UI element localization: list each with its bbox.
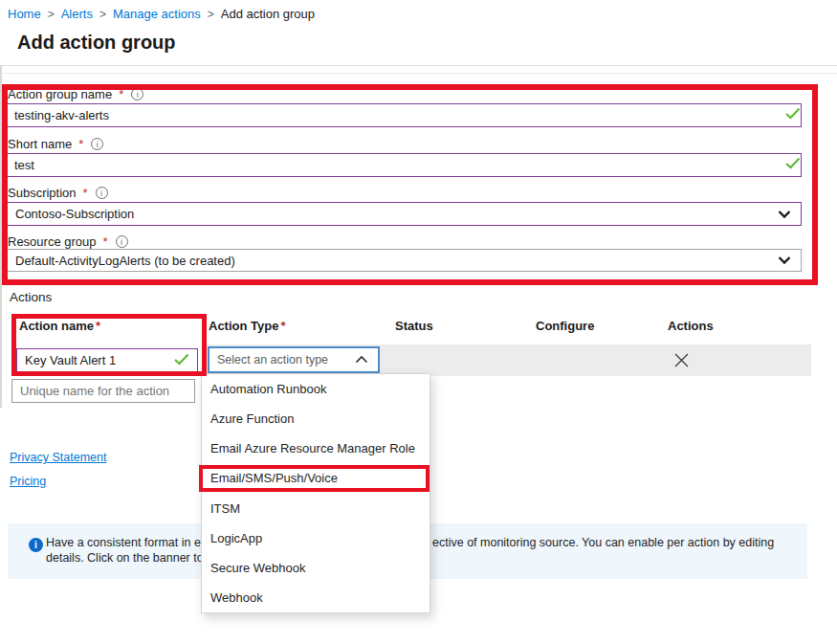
chevron-down-icon — [778, 254, 791, 268]
valid-check-icon — [174, 352, 189, 369]
header-divider — [0, 65, 837, 66]
label-text: Action group name — [8, 87, 112, 101]
dropdown-option[interactable]: Azure Function — [202, 404, 430, 433]
chevron-down-icon — [778, 207, 791, 221]
required-marker: * — [78, 137, 83, 151]
breadcrumb-manage-actions[interactable]: Manage actions — [113, 7, 201, 21]
dropdown-option[interactable]: Email Azure Resource Manager Role — [202, 433, 430, 463]
resource-group-select[interactable]: Default-ActivityLogAlerts (to be created… — [6, 249, 802, 272]
column-header-actions: Actions — [668, 319, 714, 333]
chevron-up-icon — [355, 353, 368, 366]
action-type-placeholder: Select an action type — [217, 353, 328, 366]
dropdown-option[interactable]: Secure Webhook — [202, 553, 430, 583]
info-icon[interactable]: i — [96, 187, 108, 199]
info-icon[interactable]: i — [116, 235, 128, 248]
dropdown-option[interactable]: ITSM — [202, 494, 430, 523]
resource-group-label: Resource group*i — [8, 234, 128, 249]
dropdown-option[interactable]: Automation Runbook — [202, 374, 430, 404]
subscription-value: Contoso-Subscription — [15, 207, 134, 221]
column-header-action-name: Action name* — [19, 319, 100, 333]
dropdown-option[interactable]: Webhook — [202, 583, 430, 612]
action-name-input[interactable] — [16, 348, 198, 372]
banner-text-line2: details. Click on the banner to — [46, 550, 204, 566]
short-name-input[interactable] — [6, 153, 802, 177]
action-group-name-input[interactable] — [6, 103, 802, 127]
pricing-link[interactable]: Pricing — [10, 475, 46, 488]
breadcrumb: Home > Alerts > Manage actions > Add act… — [8, 7, 315, 21]
actions-section-heading: Actions — [10, 290, 52, 304]
subscription-label: Subscription*i — [8, 186, 108, 200]
breadcrumb-alerts[interactable]: Alerts — [61, 7, 93, 21]
valid-check-icon — [785, 156, 801, 173]
action-name-cell — [16, 348, 198, 372]
banner-text-line1-right: ective of monitoring source. You can ena… — [432, 535, 774, 550]
dropdown-option[interactable]: Email/SMS/Push/Voice — [202, 463, 430, 493]
required-marker: * — [280, 319, 285, 333]
breadcrumb-separator: > — [99, 8, 106, 21]
breadcrumb-separator: > — [208, 8, 214, 21]
required-marker: * — [83, 186, 88, 200]
label-text: Resource group — [8, 234, 97, 249]
column-header-status: Status — [395, 319, 433, 333]
subscription-select[interactable]: Contoso-Subscription — [6, 202, 802, 226]
action-group-form: Action group name*i Short name*i Subscri… — [2, 84, 818, 285]
banner-text-line1-left: Have a consistent format in e — [46, 535, 201, 550]
action-type-dropdown: Automation RunbookAzure FunctionEmail Az… — [201, 373, 430, 613]
action-type-select[interactable]: Select an action type — [208, 346, 380, 373]
column-label: Action Type — [209, 319, 278, 333]
info-icon[interactable]: i — [91, 138, 103, 150]
breadcrumb-current: Add action group — [221, 7, 315, 21]
info-icon[interactable]: i — [131, 88, 143, 100]
label-text: Short name — [8, 137, 72, 151]
required-marker: * — [119, 87, 123, 101]
column-header-action-type: Action Type* — [209, 319, 286, 333]
short-name-label: Short name*i — [8, 137, 103, 151]
delete-action-icon[interactable] — [673, 352, 689, 367]
info-icon: i — [29, 538, 43, 552]
resource-group-value: Default-ActivityLogAlerts (to be created… — [15, 254, 235, 268]
breadcrumb-home[interactable]: Home — [8, 7, 41, 21]
dropdown-option[interactable]: LogicApp — [202, 523, 430, 553]
add-action-group-page: Home > Alerts > Manage actions > Add act… — [0, 0, 837, 644]
column-header-configure: Configure — [536, 319, 594, 333]
content-divider — [0, 73, 837, 74]
required-marker: * — [96, 319, 100, 333]
action-group-name-label: Action group name*i — [8, 87, 143, 101]
required-marker: * — [103, 234, 108, 249]
page-title: Add action group — [17, 32, 176, 54]
valid-check-icon — [785, 106, 801, 123]
column-label: Action name — [19, 319, 94, 333]
breadcrumb-separator: > — [48, 8, 55, 21]
new-action-name-input[interactable] — [11, 379, 195, 403]
privacy-statement-link[interactable]: Privacy Statement — [10, 451, 106, 464]
label-text: Subscription — [8, 186, 77, 200]
